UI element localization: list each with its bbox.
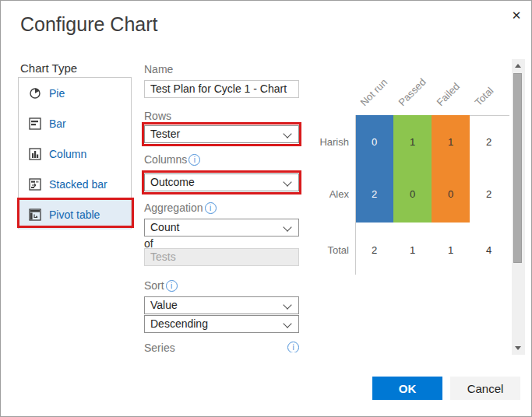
rows-dropdown[interactable]: Tester xyxy=(144,125,299,143)
scrollbar-thumb[interactable] xyxy=(513,73,522,263)
chart-type-item-column[interactable]: Column xyxy=(19,138,131,169)
chevron-down-icon xyxy=(283,129,291,138)
sort-direction-dropdown[interactable]: Descending xyxy=(144,315,299,333)
bar-chart-icon xyxy=(29,117,41,130)
page-title: Configure Chart xyxy=(20,13,157,36)
chart-type-heading: Chart Type xyxy=(20,61,77,75)
cell-alex-passed: 0 xyxy=(393,188,432,200)
chart-type-item-pivot-table[interactable]: Pivot table xyxy=(19,199,131,230)
aggregation-label-text: Aggregation xyxy=(144,201,203,214)
chart-type-item-stacked-bar[interactable]: Stacked bar xyxy=(19,169,131,199)
chart-type-label: Column xyxy=(49,148,86,160)
sort-value-dropdown[interactable]: Value xyxy=(144,296,299,314)
chart-type-label: Bar xyxy=(49,117,66,130)
of-field-disabled: Tests xyxy=(144,248,299,266)
scroll-up-icon[interactable] xyxy=(515,64,521,68)
cell-total-failed: 1 xyxy=(432,244,470,256)
series-row-clipped: Series i xyxy=(144,342,299,352)
info-icon[interactable]: i xyxy=(287,342,299,352)
columns-label-text: Columns xyxy=(144,153,187,166)
rows-dropdown-value: Tester xyxy=(150,128,180,140)
cell-alex-total: 2 xyxy=(470,188,508,200)
chevron-down-icon xyxy=(283,223,291,231)
sort-label: Sorti xyxy=(144,279,178,292)
cell-total-passed: 1 xyxy=(393,244,432,256)
columns-label: Columnsi xyxy=(144,153,200,166)
cancel-button[interactable]: Cancel xyxy=(450,377,520,400)
scrollbar[interactable] xyxy=(512,59,525,355)
column-header-total: Total xyxy=(473,86,495,108)
column-header-failed: Failed xyxy=(435,81,462,108)
sort-direction-value: Descending xyxy=(150,317,208,330)
column-header-passed: Passed xyxy=(396,76,428,108)
cell-alex-failed: 0 xyxy=(432,188,470,200)
cell-total-total: 4 xyxy=(470,244,508,256)
cell-alex-notrun: 2 xyxy=(355,188,393,200)
pie-chart-icon xyxy=(29,87,41,100)
ok-button[interactable]: OK xyxy=(372,377,442,400)
configure-chart-dialog: Configure Chart ✕ Chart Type Pie Bar Col… xyxy=(0,0,532,417)
cell-harish-notrun: 0 xyxy=(355,136,393,148)
chevron-down-icon xyxy=(283,319,291,328)
column-chart-icon xyxy=(29,148,41,160)
row-label-alex: Alex xyxy=(309,188,349,200)
aggregation-dropdown[interactable]: Count xyxy=(144,219,299,237)
name-input[interactable]: Test Plan for Cycle 1 - Chart xyxy=(144,80,299,98)
cell-harish-total: 2 xyxy=(470,136,508,148)
info-icon[interactable]: i xyxy=(188,154,200,166)
scroll-down-icon[interactable] xyxy=(515,346,521,350)
cell-harish-passed: 1 xyxy=(393,136,432,148)
close-icon[interactable]: ✕ xyxy=(507,6,526,25)
pivot-column-passed xyxy=(393,115,432,223)
chart-type-label: Stacked bar xyxy=(49,178,107,191)
columns-dropdown[interactable]: Outcome xyxy=(144,173,299,191)
chart-type-item-pie[interactable]: Pie xyxy=(19,78,131,108)
series-label: Series xyxy=(144,342,175,352)
chevron-down-icon xyxy=(283,300,291,309)
rows-label: Rows xyxy=(144,110,171,122)
info-icon[interactable]: i xyxy=(166,280,178,292)
sort-label-text: Sort xyxy=(144,279,164,292)
column-header-not-run: Not run xyxy=(358,77,389,108)
aggregation-label: Aggregationi xyxy=(144,201,217,214)
cell-total-notrun: 2 xyxy=(355,244,393,256)
pivot-column-failed xyxy=(432,115,470,223)
chevron-down-icon xyxy=(283,177,291,186)
row-label-harish: Harish xyxy=(309,136,349,148)
cell-harish-failed: 1 xyxy=(432,136,470,148)
name-label: Name xyxy=(144,63,173,75)
sort-value: Value xyxy=(150,299,178,311)
pivot-column-not-run xyxy=(355,115,393,223)
stacked-bar-chart-icon xyxy=(29,178,41,191)
chart-type-item-bar[interactable]: Bar xyxy=(19,108,131,138)
chart-type-list: Pie Bar Column Stacked bar Pivot table xyxy=(18,77,132,229)
chart-type-label: Pie xyxy=(49,87,65,100)
columns-dropdown-value: Outcome xyxy=(150,176,195,188)
row-label-total: Total xyxy=(309,244,349,256)
preview-top-rule xyxy=(470,115,509,116)
info-icon[interactable]: i xyxy=(205,202,217,214)
pivot-table-icon xyxy=(29,208,41,221)
chart-type-label: Pivot table xyxy=(49,208,100,221)
aggregation-dropdown-value: Count xyxy=(150,221,179,233)
